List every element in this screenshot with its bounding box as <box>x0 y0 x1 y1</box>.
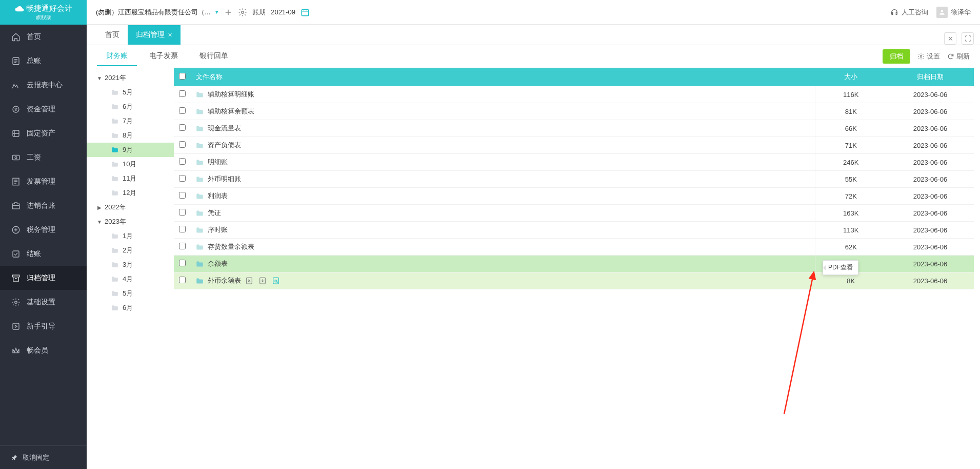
plus-icon[interactable] <box>224 8 233 17</box>
tree-month[interactable]: 6月 <box>87 301 174 315</box>
period-label: 账期 <box>252 8 266 17</box>
tree-month[interactable]: 6月 <box>87 100 174 114</box>
table-row[interactable]: 凭证163K2023-06-06 <box>174 205 974 222</box>
folder-icon <box>111 89 118 95</box>
company-selector[interactable]: (勿删）江西服宝精品有限责任公司（... <box>96 8 210 17</box>
tab[interactable]: 首页 <box>97 25 128 45</box>
row-checkbox[interactable] <box>179 277 186 283</box>
sidebar-item-setting[interactable]: 基础设置 <box>0 290 87 314</box>
archive-date: 2023-06-06 <box>887 86 974 103</box>
row-checkbox[interactable] <box>179 141 186 148</box>
select-all-checkbox[interactable] <box>179 73 186 80</box>
row-checkbox[interactable] <box>179 158 186 165</box>
sidebar-item-label: 畅会员 <box>27 346 48 355</box>
folder-icon <box>196 159 204 166</box>
download-pdf-icon[interactable] <box>258 277 267 285</box>
tree-month[interactable]: 8月 <box>87 128 174 143</box>
download-excel-icon[interactable] <box>245 277 253 285</box>
tree-month-label: 5月 <box>123 88 133 97</box>
tree-month[interactable]: 5月 <box>87 286 174 301</box>
table-row[interactable]: 外币明细账55K2023-06-06 <box>174 171 974 188</box>
calendar-icon[interactable] <box>301 8 310 17</box>
settings-button[interactable]: 设置 <box>917 52 940 61</box>
pdf-view-tooltip: PDF查看 <box>823 260 858 275</box>
row-checkbox[interactable] <box>179 226 186 232</box>
pdf-view-icon[interactable] <box>272 277 280 285</box>
folder-icon <box>196 261 204 267</box>
folder-icon <box>111 118 118 124</box>
tree-month[interactable]: 10月 <box>87 157 174 171</box>
sidebar-unpin[interactable]: 取消固定 <box>0 445 87 469</box>
file-size: 66K <box>815 120 887 137</box>
sidebar-item-label: 工资 <box>27 153 41 162</box>
archive-date: 2023-06-06 <box>887 256 974 272</box>
file-size: 72K <box>815 188 887 205</box>
row-checkbox[interactable] <box>179 243 186 249</box>
tree-month[interactable]: 1月 <box>87 229 174 243</box>
sidebar-item-tax[interactable]: 税务管理 <box>0 218 87 242</box>
row-checkbox[interactable] <box>179 209 186 216</box>
table-row[interactable]: 明细账246K2023-06-06 <box>174 154 974 171</box>
table-row[interactable]: 利润表72K2023-06-06 <box>174 188 974 205</box>
folder-icon <box>111 190 118 196</box>
table-row[interactable]: 现金流量表66K2023-06-06 <box>174 120 974 137</box>
svg-point-18 <box>275 280 277 282</box>
folder-icon <box>111 161 118 167</box>
subtab[interactable]: 电子发票 <box>140 47 187 66</box>
row-checkbox[interactable] <box>179 192 186 199</box>
user-menu[interactable]: 徐泽华 <box>936 7 971 18</box>
sidebar-item-home[interactable]: 首页 <box>0 25 87 49</box>
row-checkbox[interactable] <box>179 175 186 182</box>
tree-month[interactable]: 9月 <box>87 143 174 157</box>
tree-month[interactable]: 7月 <box>87 114 174 128</box>
table-row[interactable]: 资产负债表71K2023-06-06 <box>174 137 974 154</box>
sidebar-item-close[interactable]: 结账 <box>0 242 87 266</box>
tree-year[interactable]: ▼2021年 <box>87 71 174 85</box>
fullscreen-button[interactable]: ⛶ <box>962 32 974 45</box>
subtab[interactable]: 银行回单 <box>190 47 237 66</box>
tree-month[interactable]: 11月 <box>87 171 174 186</box>
close-icon[interactable]: ✕ <box>168 32 172 38</box>
sidebar-item-salary[interactable]: 工资 <box>0 145 87 169</box>
sidebar-item-guide[interactable]: 新手引导 <box>0 314 87 338</box>
row-checkbox[interactable] <box>179 260 186 266</box>
table-row[interactable]: 序时账113K2023-06-06 <box>174 222 974 239</box>
tree-month[interactable]: 2月 <box>87 243 174 258</box>
row-checkbox[interactable] <box>179 124 186 131</box>
tree-month[interactable]: 3月 <box>87 258 174 272</box>
tree-month[interactable]: 4月 <box>87 272 174 286</box>
period-value[interactable]: 2021-09 <box>271 8 295 16</box>
sidebar-item-invoice[interactable]: 发票管理 <box>0 169 87 193</box>
consult-button[interactable]: 人工咨询 <box>890 8 928 17</box>
table-row[interactable]: 存货数量余额表62K2023-06-06 <box>174 239 974 256</box>
table-row[interactable]: 辅助核算明细账116K2023-06-06 <box>174 86 974 103</box>
subtab[interactable]: 财务账 <box>97 47 137 66</box>
sidebar-item-cloud[interactable]: 云报表中心 <box>0 73 87 97</box>
sidebar-item-asset[interactable]: 固定资产 <box>0 121 87 145</box>
archive-icon <box>11 273 21 283</box>
tree-month[interactable]: 5月 <box>87 85 174 100</box>
refresh-button[interactable]: 刷新 <box>947 52 970 61</box>
chevron-down-icon[interactable]: ▾ <box>215 9 218 15</box>
sidebar-item-archive[interactable]: 归档管理 <box>0 266 87 290</box>
sidebar-item-fund[interactable]: 资金管理 <box>0 97 87 121</box>
tree-year[interactable]: ▶2022年 <box>87 200 174 214</box>
tree-month-label: 9月 <box>123 145 133 154</box>
row-checkbox[interactable] <box>179 90 186 97</box>
sidebar-item-ledger[interactable]: 总账 <box>0 49 87 73</box>
file-size: 71K <box>815 137 887 154</box>
close-tab-button[interactable]: ✕ <box>944 32 956 45</box>
archive-date: 2023-06-06 <box>887 188 974 205</box>
gear-icon[interactable] <box>238 8 247 17</box>
sidebar-item-stock[interactable]: 进销台账 <box>0 193 87 218</box>
row-checkbox[interactable] <box>179 107 186 114</box>
tree-year[interactable]: ▼2023年 <box>87 214 174 229</box>
file-name: 凭证 <box>208 208 221 218</box>
sidebar-item-label: 税务管理 <box>27 225 55 234</box>
tree-month[interactable]: 12月 <box>87 186 174 200</box>
tab[interactable]: 归档管理✕ <box>128 25 181 45</box>
archive-button[interactable]: 归档 <box>883 49 910 64</box>
folder-icon <box>111 247 118 253</box>
table-row[interactable]: 辅助核算余额表81K2023-06-06 <box>174 103 974 120</box>
sidebar-item-vip[interactable]: 畅会员 <box>0 338 87 362</box>
